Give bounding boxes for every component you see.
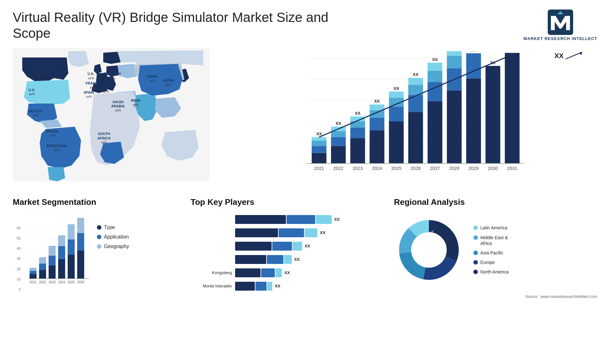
svg-rect-35 (389, 91, 403, 98)
svg-text:XX: XX (432, 57, 438, 62)
svg-text:2021: 2021 (314, 165, 324, 171)
donut-chart (394, 215, 464, 285)
player-row-1: XX (191, 215, 381, 224)
svg-rect-42 (428, 101, 442, 164)
map-label-uk: U.K.xx% (88, 72, 95, 80)
svg-text:2030: 2030 (488, 165, 498, 171)
main-content: CANADAxx% U.S.xx% MEXICOxx% BRAZILxx% AR… (13, 48, 597, 299)
svg-rect-93 (68, 239, 75, 255)
seg-y-axis: 6050403020100 (13, 225, 21, 291)
svg-text:2029: 2029 (469, 165, 479, 171)
svg-text:2031: 2031 (507, 165, 517, 171)
logo-block: MARKET RESEARCH INTELLECT (524, 10, 597, 42)
svg-rect-83 (39, 270, 46, 279)
map-label-france: FRANCExx% (85, 81, 100, 90)
player-bar-2: XX (235, 228, 381, 237)
svg-text:2021: 2021 (30, 280, 37, 284)
map-label-spain: SPAINxx% (84, 91, 94, 99)
player-name-kongsberg: Kongsberg (191, 270, 232, 275)
map-section: CANADAxx% U.S.xx% MEXICOxx% BRAZILxx% AR… (13, 48, 210, 188)
svg-rect-28 (369, 118, 384, 130)
map-label-china: CHINAxx% (147, 75, 158, 83)
legend-type: Type (97, 225, 129, 230)
legend-dot-application (97, 235, 101, 239)
page-title: Virtual Reality (VR) Bridge Simulator Ma… (13, 10, 362, 42)
regional-legend: Latin America Middle East &Africa Asia P… (473, 225, 509, 275)
map-label-saudi: SAUDIARABIAxx% (111, 100, 125, 113)
legend-application: Application (97, 234, 129, 240)
bottom-row: Market Segmentation 6050403020100 (13, 197, 597, 299)
reg-label-mea: Middle East &Africa (480, 235, 508, 246)
reg-legend-latin-america: Latin America (473, 225, 509, 231)
segmentation-section: Market Segmentation 6050403020100 (13, 197, 178, 291)
svg-rect-84 (39, 264, 46, 270)
reg-label-north-america: North America (480, 269, 509, 275)
page-header: Virtual Reality (VR) Bridge Simulator Ma… (13, 10, 597, 42)
svg-rect-86 (49, 266, 56, 279)
reg-label-asia-pacific: Asia Pacific (480, 250, 503, 256)
svg-text:2023: 2023 (49, 280, 56, 284)
svg-text:2026: 2026 (410, 165, 421, 171)
map-label-argentina: ARGENTINAxx% (46, 144, 67, 152)
svg-rect-89 (58, 259, 65, 279)
svg-text:2022: 2022 (333, 165, 343, 171)
logo-icon (548, 10, 573, 35)
map-label-us: U.S.xx% (29, 88, 35, 96)
player-row-3: XX (191, 242, 381, 251)
svg-text:2028: 2028 (449, 165, 459, 171)
reg-legend-mea: Middle East &Africa (473, 235, 509, 246)
map-label-italy: ITALYxx% (101, 85, 111, 93)
svg-text:2023: 2023 (353, 165, 363, 171)
seg-content: 6050403020100 (13, 212, 178, 291)
player-bar-5: XX (235, 268, 381, 277)
svg-text:2024: 2024 (58, 280, 65, 284)
svg-rect-55 (485, 66, 500, 163)
svg-rect-94 (68, 224, 75, 239)
svg-rect-32 (389, 121, 403, 164)
map-label-brazil: BRAZILxx% (46, 129, 59, 138)
svg-rect-12 (312, 153, 326, 163)
map-label-germany: GERMANYxx% (103, 72, 121, 80)
svg-rect-15 (312, 137, 326, 141)
svg-rect-29 (369, 110, 384, 118)
svg-rect-88 (49, 246, 56, 256)
regional-content: Latin America Middle East &Africa Asia P… (394, 215, 597, 285)
svg-rect-82 (30, 268, 37, 271)
svg-rect-85 (39, 257, 46, 264)
svg-rect-44 (428, 71, 442, 82)
player-bar-6: XX (235, 282, 381, 291)
svg-text:2022: 2022 (39, 280, 46, 284)
legend-label-type: Type (104, 225, 115, 230)
svg-text:2025: 2025 (68, 280, 75, 284)
svg-rect-80 (30, 274, 37, 279)
svg-rect-18 (331, 137, 346, 146)
svg-text:2027: 2027 (430, 165, 440, 171)
svg-rect-40 (408, 78, 423, 85)
player-bar-1: XX (235, 215, 381, 224)
svg-rect-96 (77, 233, 84, 251)
svg-rect-50 (447, 51, 462, 56)
svg-text:XX: XX (355, 111, 361, 116)
svg-text:2026: 2026 (77, 280, 85, 284)
svg-rect-14 (312, 141, 326, 146)
key-players-title: Top Key Players (191, 197, 381, 207)
player-name-morild: Morild Interaktiv (191, 284, 232, 288)
svg-rect-92 (68, 255, 75, 279)
world-map: CANADAxx% U.S.xx% MEXICOxx% BRAZILxx% AR… (13, 48, 210, 181)
player-row-6: Morild Interaktiv XX (191, 282, 381, 291)
legend-dot-type (97, 225, 101, 230)
source-line: Source : www.marketresearchintellect.com (394, 294, 597, 299)
bar-chart: XX (226, 51, 591, 185)
trend-value: XX (554, 52, 564, 60)
svg-text:XX: XX (374, 99, 380, 104)
svg-rect-13 (312, 146, 326, 153)
regional-section: Regional Analysis (394, 197, 597, 299)
player-row-4: XX (191, 255, 381, 264)
player-row-2: XX (191, 228, 381, 237)
regional-title: Regional Analysis (394, 197, 597, 207)
svg-rect-23 (350, 128, 365, 138)
legend-geography: Geography (97, 244, 129, 249)
svg-text:XX: XX (316, 131, 322, 136)
legend-dot-geography (97, 244, 101, 249)
svg-rect-87 (49, 256, 56, 266)
